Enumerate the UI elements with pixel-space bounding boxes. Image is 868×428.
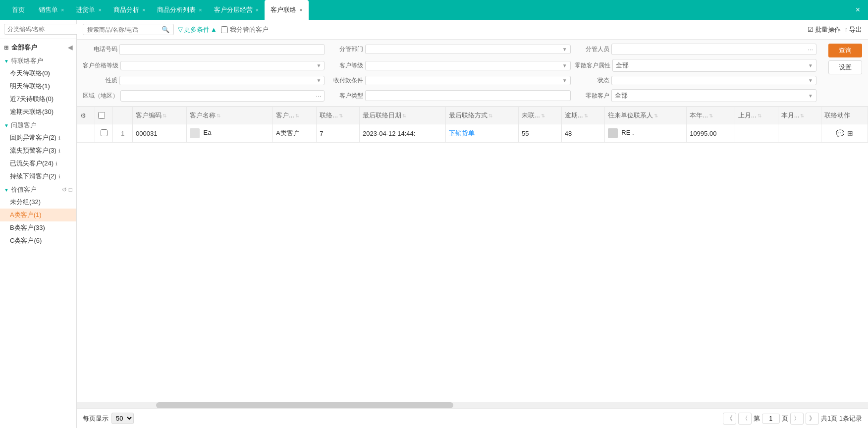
sidebar-item-today[interactable]: 今天待联络(0) [0, 67, 76, 80]
nav-tab-analysis-list[interactable]: 商品分析列表 × [151, 0, 208, 20]
tab-close-purchase[interactable]: × [98, 7, 101, 13]
th-unit-contact[interactable]: 往来单位联系人 ⇅ [604, 107, 687, 124]
page-size-select[interactable]: 50 [111, 413, 134, 424]
nav-tab-customer-tier[interactable]: 客户分层经营 × [208, 0, 265, 20]
tab-close-sales[interactable]: × [61, 7, 64, 13]
sidebar-item-c-class[interactable]: C类客户(6) [0, 234, 76, 247]
nav-tab-sales[interactable]: 销售单 × [33, 0, 70, 20]
next-page-btn[interactable]: 〉 [790, 413, 804, 425]
chat-icon[interactable]: 💬 [836, 129, 844, 137]
person-input[interactable]: ··· [611, 44, 816, 55]
th-this-year[interactable]: 本年... ⇅ [687, 107, 735, 124]
nature-label: 性质 [83, 76, 117, 85]
value-add-icon[interactable]: □ [69, 186, 72, 193]
sidebar-item-repurchase[interactable]: 回购异常客户(2) ℹ [0, 131, 76, 144]
table-container: ⚙ 客户编码 ⇅ [77, 107, 868, 402]
sidebar-item-overdue[interactable]: 逾期未联络(30) [0, 106, 76, 118]
nav-tab-purchase[interactable]: 进货单 × [70, 0, 107, 20]
status-select[interactable]: ▼ [611, 76, 816, 85]
sidebar-problem-group[interactable]: ▼ 问题客户 [0, 118, 76, 131]
prev-page-btn[interactable]: 〈 [738, 413, 752, 425]
first-page-btn[interactable]: 《 [723, 413, 736, 425]
value-refresh-icon[interactable]: ↺ [62, 186, 67, 193]
nav-tab-customer-contact[interactable]: 客户联络 × [265, 0, 308, 20]
table-row: 1 000031 Ea A类客户 7 2023-04-12 14:44: 下销货… [77, 124, 868, 143]
th-name-label: 客户名称 [190, 111, 216, 120]
td-checkbox[interactable] [95, 124, 113, 143]
horizontal-scrollbar[interactable] [77, 402, 868, 408]
region-label: 区域（地区） [83, 92, 118, 100]
tab-close-analysis-list[interactable]: × [199, 7, 202, 13]
sidebar-collapse-btn[interactable]: ◀ [68, 44, 72, 51]
sidebar-item-loss-warning[interactable]: 流失预警客户(3) ℹ [0, 144, 76, 157]
customer-level-select[interactable]: ▼ [365, 61, 570, 70]
th-last-month[interactable]: 上月... ⇅ [735, 107, 778, 124]
value-arrow[interactable]: ▼ [4, 187, 9, 193]
th-name[interactable]: 客户名称 ⇅ [186, 107, 272, 124]
query-btn[interactable]: 查询 [828, 44, 862, 57]
filter-search-icon[interactable]: 🔍 [162, 26, 169, 33]
th-gear[interactable]: ⚙ [77, 107, 95, 124]
customer-type-input[interactable] [365, 90, 570, 101]
th-overdue[interactable]: 逾期... ⇅ [561, 107, 604, 124]
td-name: Ea [186, 124, 272, 143]
more-filters-btn[interactable]: ▽ 更多条件 ▲ [178, 25, 217, 34]
sidebar-item-a-class[interactable]: A类客户(1) [0, 209, 76, 221]
payment-select[interactable]: ▼ [365, 76, 570, 85]
tab-close-customer-tier[interactable]: × [256, 7, 259, 13]
region-input[interactable]: ··· [120, 90, 325, 102]
sidebar-pending-group[interactable]: ▼ 待联络客户 [0, 54, 76, 67]
sort-icon-overdue: ⇅ [584, 113, 588, 118]
sidebar-item-unclassified[interactable]: 未分组(32) [0, 196, 76, 209]
filter-search-input[interactable] [87, 26, 162, 33]
sidebar-item-tomorrow[interactable]: 明天待联络(1) [0, 80, 76, 93]
filter-row-nature: 性质 ▼ [83, 76, 325, 85]
retail-attr-arrow: ▼ [808, 63, 813, 68]
scrollbar-thumb[interactable] [156, 402, 453, 408]
price-level-select[interactable]: ▼ [120, 61, 325, 70]
close-all-btn[interactable]: × [852, 5, 864, 14]
setting-btn[interactable]: 设置 [828, 60, 862, 74]
td-last-method[interactable]: 下销货单 [446, 124, 519, 143]
batch-op-btn[interactable]: ☑ 批量操作 [808, 25, 841, 34]
select-all-checkbox[interactable] [98, 112, 105, 119]
nav-home[interactable]: 首页 [4, 0, 33, 20]
th-code[interactable]: 客户编码 ⇅ [133, 107, 187, 124]
th-last-method-label: 最后联络方式 [449, 111, 488, 120]
export-btn[interactable]: ↑ 导出 [845, 25, 863, 34]
sidebar-item-b-class[interactable]: B类客户(33) [0, 221, 76, 234]
customer-type-label: 客户类型 [328, 92, 363, 100]
nav-tab-analysis[interactable]: 商品分析 × [108, 0, 151, 20]
page-number-input[interactable] [762, 414, 780, 424]
row-checkbox[interactable] [101, 129, 108, 136]
th-this-month[interactable]: 本月... ⇅ [778, 107, 821, 124]
retail-select[interactable]: 全部 ▼ [611, 89, 816, 102]
dept-select[interactable]: ▼ [365, 45, 570, 54]
qr-icon[interactable]: ⊞ [847, 129, 853, 137]
retail-attr-select[interactable]: 全部 ▼ [612, 59, 816, 72]
sidebar-item-lost[interactable]: 已流失客户(24) ℹ [0, 157, 76, 170]
sidebar-item-7days[interactable]: 近7天待联络(0) [0, 93, 76, 106]
unit-contact-name: RE . [621, 129, 634, 136]
phone-input[interactable] [119, 44, 325, 55]
tab-close-analysis[interactable]: × [142, 7, 145, 13]
th-no-contact[interactable]: 未联... ⇅ [518, 107, 561, 124]
my-customers-checkbox[interactable] [221, 26, 228, 33]
th-contact-count[interactable]: 联络... ⇅ [317, 107, 360, 124]
sidebar-all-customers[interactable]: ⊞ 全部客户 ◀ [0, 39, 76, 54]
th-checkbox[interactable] [95, 107, 113, 124]
th-last-method[interactable]: 最后联络方式 ⇅ [446, 107, 519, 124]
filter-row-payment: 收付款条件 ▼ [328, 76, 570, 85]
th-last-date-label: 最后联络日期 [363, 111, 401, 120]
tab-close-customer-contact[interactable]: × [299, 7, 302, 13]
page-label: 第 [754, 414, 760, 423]
nature-select[interactable]: ▼ [119, 76, 325, 85]
th-last-month-label: 上月... [738, 111, 757, 120]
problem-group-label: 问题客户 [11, 121, 37, 130]
th-type[interactable]: 客户... ⇅ [273, 107, 317, 124]
last-page-btn[interactable]: 》 [806, 413, 819, 425]
sidebar-search-input[interactable] [4, 24, 85, 35]
th-type-label: 客户... [276, 111, 294, 120]
th-last-date[interactable]: 最后联络日期 ⇅ [360, 107, 446, 124]
sidebar-item-declining[interactable]: 持续下滑客户(2) ℹ [0, 170, 76, 183]
